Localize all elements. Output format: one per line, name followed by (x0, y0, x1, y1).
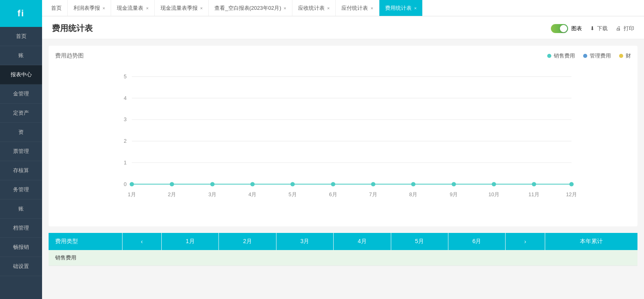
next-arrow-icon[interactable]: › (524, 238, 526, 245)
sidebar-item-account[interactable]: 账 (0, 46, 42, 65)
row-nav-placeholder (122, 250, 162, 266)
sidebar-item-archive[interactable]: 档管理 (0, 219, 42, 238)
download-icon: ⬇ (590, 25, 595, 31)
row-nav-next-placeholder (506, 250, 545, 266)
svg-text:10月: 10月 (488, 192, 499, 197)
row-val-yearly (545, 250, 637, 266)
sidebar-item-investment[interactable]: 资 (0, 123, 42, 142)
svg-text:0: 0 (124, 182, 127, 187)
sidebar-item-ledger[interactable]: 账 (0, 199, 42, 219)
tab-cashflow-quarterly[interactable]: 现金流量表季报 × (155, 0, 209, 16)
svg-point-12 (130, 182, 134, 186)
chart-toggle[interactable] (551, 24, 568, 33)
chart-svg-container: 5 4 3 2 1 0 (55, 64, 631, 220)
sidebar-item-inventory[interactable]: 存核算 (0, 161, 42, 180)
legend-label-mgmt: 管理费用 (590, 52, 611, 60)
table-row-sales: 销售费用 (49, 250, 637, 266)
col-header-4: 4月 (334, 233, 391, 250)
sidebar-item-fixed-assets[interactable]: 定资产 (0, 104, 42, 123)
close-icon[interactable]: × (284, 6, 286, 11)
svg-point-18 (371, 182, 376, 186)
close-icon[interactable]: × (414, 6, 417, 11)
svg-point-16 (290, 182, 295, 186)
chart-header: 费用趋势图 销售费用 管理费用 财 (55, 52, 631, 60)
sidebar-item-service[interactable]: 务管理 (0, 180, 42, 199)
svg-text:6月: 6月 (329, 192, 337, 197)
print-icon: 🖨 (616, 25, 621, 31)
svg-point-13 (170, 182, 174, 186)
svg-text:5: 5 (124, 74, 127, 80)
sidebar-item-sales[interactable]: 畅报销 (0, 238, 42, 257)
svg-point-15 (250, 182, 255, 186)
col-header-1: 1月 (162, 233, 219, 250)
row-val-3 (276, 250, 333, 266)
main-content: 首页 利润表季报 × 现金流量表 × 现金流量表季报 × 查看_空白报表(202… (42, 0, 644, 299)
print-button[interactable]: 🖨 打印 (616, 25, 634, 32)
row-label-sales: 销售费用 (49, 250, 122, 266)
col-header-6: 6月 (448, 233, 505, 250)
row-val-6 (448, 250, 505, 266)
sidebar-item-fund[interactable]: 金管理 (0, 84, 42, 104)
page-header: 费用统计表 图表 ⬇ 下载 🖨 打印 (42, 16, 644, 39)
svg-text:7月: 7月 (369, 192, 377, 197)
col-header-yearly: 本年累计 (545, 233, 637, 250)
svg-text:4: 4 (124, 95, 127, 101)
svg-text:1: 1 (124, 160, 127, 166)
chart-legend: 销售费用 管理费用 财 (547, 52, 631, 60)
chart-section: 费用趋势图 销售费用 管理费用 财 (49, 46, 637, 226)
col-header-type: 费用类型 (49, 233, 122, 250)
svg-text:12月: 12月 (566, 192, 577, 197)
svg-text:11月: 11月 (528, 192, 539, 197)
close-icon[interactable]: × (200, 6, 203, 11)
sidebar-item-home[interactable]: 首页 (0, 27, 42, 46)
data-table: 费用类型 ‹ 1月 2月 3月 4月 5月 6月 › (49, 233, 637, 266)
svg-point-21 (492, 182, 496, 186)
chart-title: 费用趋势图 (55, 52, 84, 60)
toggle-knob (560, 25, 567, 32)
prev-arrow-icon[interactable]: ‹ (141, 238, 143, 245)
table-section: 费用类型 ‹ 1月 2月 3月 4月 5月 6月 › (49, 233, 637, 266)
legend-sales: 销售费用 (547, 52, 575, 60)
svg-text:9月: 9月 (450, 192, 458, 197)
tab-expense[interactable]: 费用统计表 × (379, 0, 423, 16)
svg-text:8月: 8月 (409, 192, 417, 197)
close-icon[interactable]: × (146, 6, 148, 11)
sidebar-item-report-center[interactable]: 报表中心 (0, 65, 42, 84)
svg-point-22 (532, 182, 536, 186)
svg-text:1月: 1月 (128, 192, 136, 197)
row-val-4 (334, 250, 391, 266)
sidebar: fi 首页 账 报表中心 金管理 定资产 资 票管理 存核算 务管理 账 档管理… (0, 0, 42, 299)
legend-dot-mgmt (583, 54, 587, 58)
close-icon[interactable]: × (370, 6, 373, 11)
toggle-label: 图表 (571, 25, 582, 32)
row-val-5 (391, 250, 448, 266)
svg-text:3月: 3月 (208, 192, 216, 197)
col-header-5: 5月 (391, 233, 448, 250)
chart-svg: 5 4 3 2 1 0 (55, 64, 631, 219)
tab-blank-report[interactable]: 查看_空白报表(2023年02月) × (209, 0, 292, 16)
legend-dot-sales (547, 54, 551, 58)
legend-dot-finance (619, 54, 623, 58)
tab-home[interactable]: 首页 (45, 0, 68, 16)
svg-text:3: 3 (124, 117, 127, 122)
svg-text:4月: 4月 (248, 192, 256, 197)
table-header-row: 费用类型 ‹ 1月 2月 3月 4月 5月 6月 › (49, 233, 637, 250)
close-icon[interactable]: × (103, 6, 105, 11)
col-header-nav-prev[interactable]: ‹ (122, 233, 162, 250)
download-button[interactable]: ⬇ 下载 (590, 25, 608, 32)
tab-profit[interactable]: 利润表季报 × (68, 0, 111, 16)
legend-mgmt: 管理费用 (583, 52, 611, 60)
col-header-nav-next[interactable]: › (506, 233, 545, 250)
sidebar-logo: fi (0, 0, 42, 27)
col-header-2: 2月 (219, 233, 276, 250)
legend-label-sales: 销售费用 (554, 52, 575, 60)
chart-toggle-container: 图表 (551, 24, 582, 33)
close-icon[interactable]: × (327, 6, 330, 11)
svg-point-19 (411, 182, 416, 186)
tab-receivable[interactable]: 应收统计表 × (292, 0, 336, 16)
tab-payable[interactable]: 应付统计表 × (336, 0, 379, 16)
tab-cashflow[interactable]: 现金流量表 × (111, 0, 154, 16)
sidebar-item-ticket[interactable]: 票管理 (0, 142, 42, 161)
row-val-2 (219, 250, 276, 266)
sidebar-item-settings[interactable]: 础设置 (0, 257, 42, 276)
